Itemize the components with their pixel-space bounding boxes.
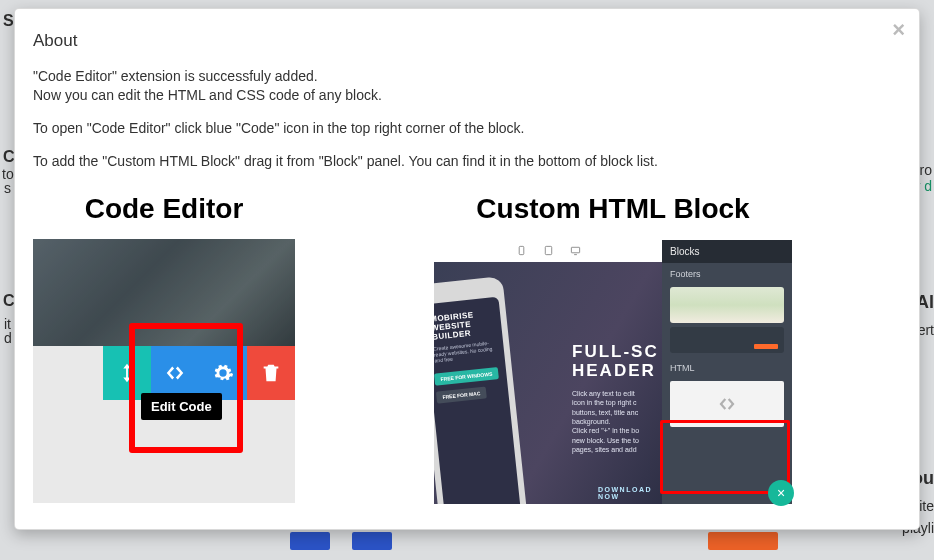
modal-body: "Code Editor" extension is successfuly a…	[33, 67, 901, 505]
illustration-row: Code Editor	[33, 185, 901, 505]
move-block-button	[103, 346, 151, 400]
preview-heading-2: HEADER	[572, 361, 659, 381]
panel-section-html: HTML	[662, 357, 792, 377]
custom-html-illustration: MOBIRISE WEBSITE BUILDER Create awesome …	[433, 239, 793, 505]
footer-block-card-dark	[670, 327, 784, 353]
footer-block-card-map	[670, 287, 784, 323]
panel-section-footers: Footers	[662, 263, 792, 283]
svg-rect-2	[571, 247, 579, 253]
blocks-panel: Blocks Footers HTML	[662, 240, 792, 504]
arrows-vertical-icon	[116, 362, 138, 384]
svg-rect-1	[545, 246, 551, 254]
phone-screen: MOBIRISE WEBSITE BUILDER Create awesome …	[434, 296, 521, 503]
gear-icon	[212, 362, 234, 384]
code-editor-button	[151, 346, 199, 400]
about-text-3: To add the "Custom HTML Block" drag it f…	[33, 152, 901, 171]
preview-heading-1: FULL-SC	[572, 342, 659, 362]
highlight-box	[660, 420, 790, 494]
close-button[interactable]: ×	[892, 19, 905, 41]
block-settings-button	[199, 346, 247, 400]
panel-header: Blocks	[662, 240, 792, 263]
mobile-icon	[516, 245, 527, 256]
edit-code-tooltip: Edit Code	[141, 393, 222, 420]
desktop-icon	[570, 245, 581, 256]
close-panel-fab: ×	[768, 480, 794, 506]
delete-block-button	[247, 346, 295, 400]
phone-pill-mac: FREE FOR MAC	[436, 386, 487, 403]
about-line: Now you can edit the HTML and CSS code o…	[33, 87, 382, 103]
code-icon	[717, 394, 737, 414]
preview-text: FULL-SC HEADER Click any text to edit ic…	[572, 342, 659, 455]
code-editor-heading: Code Editor	[33, 193, 295, 225]
code-editor-illustration: Edit Code	[33, 239, 295, 503]
device-switcher	[434, 240, 662, 262]
preview-desc: Click any text to edit icon in the top r…	[572, 389, 659, 455]
modal-title: About	[33, 31, 901, 51]
phone-pill-win: FREE FOR WINDOWS	[434, 367, 499, 386]
code-icon	[164, 362, 186, 384]
code-editor-column: Code Editor	[33, 185, 295, 503]
about-text-2: To open "Code Editor" click blue "Code" …	[33, 119, 901, 138]
custom-html-heading: Custom HTML Block	[325, 193, 901, 225]
download-label: DOWNLOAD NOW	[598, 486, 662, 500]
block-toolbar	[103, 346, 295, 400]
tablet-icon	[543, 245, 554, 256]
builder-preview: MOBIRISE WEBSITE BUILDER Create awesome …	[434, 262, 662, 504]
about-line: "Code Editor" extension is successfuly a…	[33, 68, 318, 84]
html-block-card	[670, 381, 784, 427]
svg-rect-0	[519, 246, 524, 254]
phone-mockup: MOBIRISE WEBSITE BUILDER Create awesome …	[434, 276, 529, 504]
about-text-1: "Code Editor" extension is successfuly a…	[33, 67, 901, 105]
about-modal: × About "Code Editor" extension is succe…	[14, 8, 920, 530]
block-preview-bg	[33, 239, 295, 346]
trash-icon	[260, 362, 282, 384]
custom-html-column: Custom HTML Block MOBIRISE WEBSITE BUILD…	[325, 185, 901, 505]
